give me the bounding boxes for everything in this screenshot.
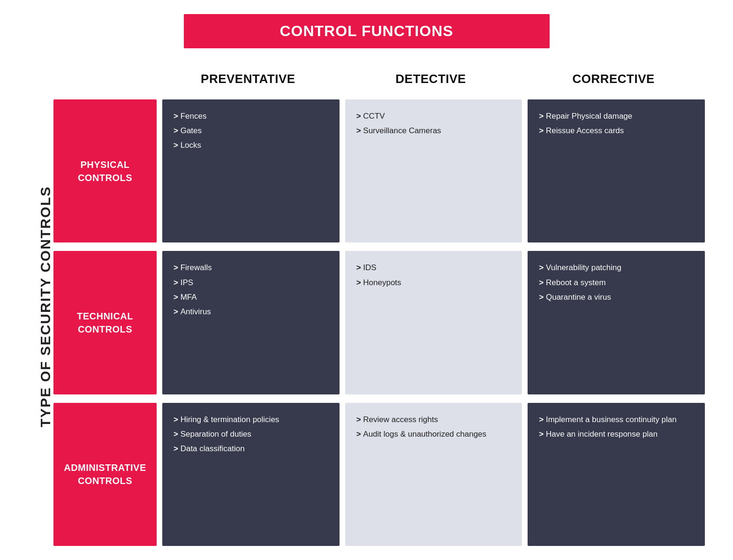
cell-item: Firewalls (174, 261, 328, 274)
row-label: ADMINISTRATIVECONTROLS (53, 403, 157, 546)
col-header-detective: DETECTIVE (340, 67, 522, 91)
y-axis-label: TYPE OF SECURITY CONTROLS (28, 67, 53, 546)
col-headers: PREVENTATIVE DETECTIVE CORRECTIVE (53, 67, 705, 91)
cell-preventative: Hiring & termination policiesSeparation … (162, 403, 340, 546)
cell-item: Quarantine a virus (539, 291, 694, 303)
rows-area: PHYSICALCONTROLSFencesGatesLocksCCTVSurv… (53, 99, 705, 546)
cell-corrective: Repair Physical damageReissue Access car… (528, 99, 705, 242)
cell-corrective: Implement a business continuity planHave… (528, 403, 705, 546)
cell-item: Surveillance Cameras (356, 124, 511, 137)
cell-item: IPS (174, 276, 328, 289)
cell-item: Reboot a system (539, 276, 694, 289)
title-bar: CONTROL FUNCTIONS (184, 14, 550, 48)
col-header-corrective: CORRECTIVE (522, 67, 705, 91)
cell-corrective: Vulnerability patchingReboot a systemQua… (528, 251, 705, 394)
cell-detective: IDSHoneypots (345, 251, 522, 394)
cell-item: CCTV (356, 110, 511, 122)
cell-item: IDS (356, 261, 511, 274)
table-row: TECHNICALCONTROLSFirewallsIPSMFAAntiviru… (53, 251, 705, 394)
table-area: PREVENTATIVE DETECTIVE CORRECTIVE PHYSIC… (53, 67, 705, 546)
cell-item: Data classification (174, 442, 328, 455)
cell-item: Locks (174, 139, 328, 151)
cell-item: Implement a business continuity plan (539, 413, 694, 426)
cell-item: Hiring & termination policies (174, 413, 328, 426)
cell-item: Review access rights (356, 413, 511, 426)
col-header-empty (53, 67, 157, 91)
cell-item: MFA (174, 291, 328, 303)
cell-preventative: FencesGatesLocks (162, 99, 340, 242)
cell-item: Repair Physical damage (539, 110, 694, 122)
row-label: TECHNICALCONTROLS (53, 251, 157, 394)
cell-item: Separation of duties (174, 428, 328, 440)
cell-item: Have an incident response plan (539, 428, 694, 440)
page-title: CONTROL FUNCTIONS (203, 23, 531, 40)
row-label: PHYSICALCONTROLS (53, 99, 157, 242)
main-layout: TYPE OF SECURITY CONTROLS PREVENTATIVE D… (28, 67, 705, 546)
cell-detective: Review access rightsAudit logs & unautho… (345, 403, 522, 546)
cell-preventative: FirewallsIPSMFAAntivirus (162, 251, 340, 394)
cell-item: Vulnerability patching (539, 261, 694, 274)
cell-item: Gates (174, 124, 328, 137)
table-row: PHYSICALCONTROLSFencesGatesLocksCCTVSurv… (53, 99, 705, 242)
cell-item: Antivirus (174, 305, 328, 318)
cell-item: Fences (174, 110, 328, 122)
cell-item: Honeypots (356, 276, 511, 289)
table-row: ADMINISTRATIVECONTROLSHiring & terminati… (53, 403, 705, 546)
cell-detective: CCTVSurveillance Cameras (345, 99, 522, 242)
cell-item: Audit logs & unauthorized changes (356, 428, 511, 440)
col-header-preventative: PREVENTATIVE (157, 67, 340, 91)
cell-item: Reissue Access cards (539, 124, 694, 137)
